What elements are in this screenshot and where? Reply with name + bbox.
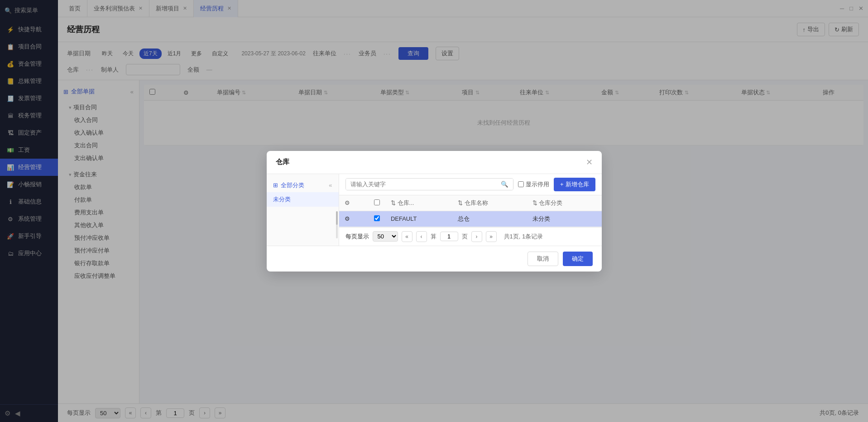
show-disabled-label: 显示停用 xyxy=(518,180,549,189)
modal-go-label: 算 xyxy=(431,233,436,241)
modal-header: 仓库 ✕ xyxy=(267,151,602,174)
modal-toolbar: 🔍 显示停用 + 新增仓库 xyxy=(339,174,602,195)
add-warehouse-button[interactable]: + 新增仓库 xyxy=(554,178,595,191)
uncategorized-label: 未分类 xyxy=(273,196,291,203)
modal-prev-page-btn[interactable]: ‹ xyxy=(416,231,427,242)
modal-title: 仓库 xyxy=(276,158,289,166)
modal-select-all[interactable] xyxy=(374,199,380,205)
modal-right-panel: 🔍 显示停用 + 新增仓库 xyxy=(339,174,602,246)
warehouse-name-header: 仓库名称 xyxy=(465,199,488,206)
modal-warehouse-table: ⚙ ⇅ 仓库... ⇅ 仓库名称 xyxy=(339,195,602,227)
confirm-button[interactable]: 确定 xyxy=(563,252,593,266)
modal-table-wrap: ⚙ ⇅ 仓库... ⇅ 仓库名称 xyxy=(339,195,602,227)
modal-footer: 取消 确定 xyxy=(267,246,602,272)
modal-page-label: 页 xyxy=(462,233,468,241)
show-disabled-checkbox[interactable] xyxy=(518,181,524,187)
row-warehouse-code: DEFAULT xyxy=(385,211,452,227)
modal-left-header[interactable]: ⊞ 全部分类 « xyxy=(267,179,339,192)
modal-col-settings: ⚙ xyxy=(339,195,369,211)
modal-search-button[interactable]: 🔍 xyxy=(496,179,513,190)
modal-search-wrap: 🔍 xyxy=(345,178,513,190)
modal-next-page-btn[interactable]: › xyxy=(471,231,482,242)
modal-col-checkbox xyxy=(369,195,385,211)
modal-col-warehouse-code: ⇅ 仓库... xyxy=(385,195,452,211)
modal-page-size-select[interactable]: 50 100 xyxy=(373,231,398,242)
modal-per-page-label: 每页显示 xyxy=(345,233,369,241)
row-warehouse-category: 未分类 xyxy=(527,211,602,227)
modal-left-collapse-btn[interactable]: « xyxy=(329,182,332,189)
add-warehouse-label: 新增仓库 xyxy=(566,180,589,189)
warehouse-modal: 仓库 ✕ ⊞ 全部分类 « 未分类 xyxy=(267,151,602,272)
all-category-icon: ⊞ xyxy=(273,182,278,189)
row-warehouse-name: 总仓 xyxy=(452,211,527,227)
row-settings-icon[interactable]: ⚙ xyxy=(339,211,369,227)
all-category-label: 全部分类 xyxy=(281,181,304,189)
warehouse-code-header: 仓库... xyxy=(398,199,414,206)
table-row[interactable]: ⚙ DEFAULT 总仓 未分类 xyxy=(339,211,602,227)
modal-search-input[interactable] xyxy=(346,179,496,190)
modal-first-page-btn[interactable]: « xyxy=(402,231,412,242)
row-checkbox[interactable] xyxy=(374,215,380,221)
modal-pagination: 每页显示 50 100 « ‹ 算 页 › » 共1页, 1条记录 xyxy=(339,227,602,246)
modal-col-warehouse-category: ⇅ 仓库分类 xyxy=(527,195,602,211)
modal-left-uncategorized[interactable]: 未分类 xyxy=(267,192,339,207)
modal-page-input[interactable] xyxy=(440,232,458,241)
plus-icon: + xyxy=(560,181,564,188)
modal-body: ⊞ 全部分类 « 未分类 🔍 xyxy=(267,174,602,246)
modal-last-page-btn[interactable]: » xyxy=(486,231,497,242)
warehouse-category-header: 仓库分类 xyxy=(539,199,562,206)
modal-close-button[interactable]: ✕ xyxy=(586,157,593,167)
show-disabled-text: 显示停用 xyxy=(526,180,549,189)
modal-record-info: 共1页, 1条记录 xyxy=(504,233,543,241)
modal-overlay[interactable]: 仓库 ✕ ⊞ 全部分类 « 未分类 xyxy=(0,0,868,422)
modal-left-panel: ⊞ 全部分类 « 未分类 xyxy=(267,174,339,246)
row-checkbox-cell xyxy=(369,211,385,227)
cancel-button[interactable]: 取消 xyxy=(528,252,558,266)
modal-col-warehouse-name: ⇅ 仓库名称 xyxy=(452,195,527,211)
